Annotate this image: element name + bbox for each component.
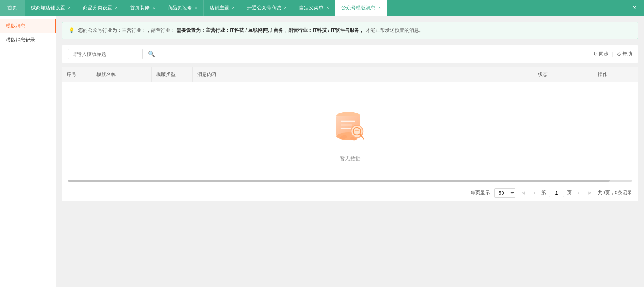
empty-state: 暂无数据 [62, 82, 638, 177]
notice-suffix: 才能正常发送预置的消息。 [366, 27, 424, 33]
th-action: 操作 [593, 67, 638, 82]
prev-page-button[interactable]: ‹ [531, 189, 538, 197]
notice-highlight: 需要设置为：主营行业：IT科技 / 互联网|电子商务，副营行业：IT科技 / I… [176, 27, 364, 33]
tab-close-wshop-settings[interactable]: × [68, 5, 71, 10]
sync-icon: ↻ [594, 51, 598, 57]
tab-item-custom-menu[interactable]: 自定义菜单× [293, 0, 335, 16]
per-page-label: 每页显示 [471, 189, 490, 196]
content-area: 💡 您的公众号行业为：主营行业：，副营行业： 需要设置为：主营行业：IT科技 /… [56, 16, 644, 287]
tab-close-custom-menu[interactable]: × [326, 5, 329, 10]
first-page-button[interactable]: ⊲ [518, 189, 528, 197]
th-type: 模版类型 [152, 67, 193, 82]
tab-close-product-decor[interactable]: × [195, 5, 197, 10]
empty-text: 暂无数据 [340, 155, 361, 162]
last-page-button[interactable]: ⊳ [585, 189, 595, 197]
search-input[interactable] [68, 49, 143, 59]
sidebar-item-template-msg-record[interactable]: 模版消息记录 [0, 33, 56, 47]
scrollbar-area[interactable] [62, 177, 638, 184]
tab-close-category-settings[interactable]: × [115, 5, 118, 10]
tab-label-wshop-settings: 微商城店铺设置 [31, 4, 65, 11]
search-button[interactable]: 🔍 [145, 49, 158, 59]
help-label: 帮助 [622, 51, 632, 57]
tab-close-shop-theme[interactable]: × [232, 5, 235, 10]
tab-label-home: 首页 [7, 4, 17, 11]
tab-label-shop-theme: 店铺主题 [210, 4, 229, 11]
tab-item-product-decor[interactable]: 商品页装修× [161, 0, 204, 16]
sidebar-item-template-msg[interactable]: 模版消息 [0, 19, 56, 33]
tab-close-template-msg[interactable]: × [378, 5, 381, 10]
tab-bar: 首页微商城店铺设置×商品分类设置×首页装修×商品页装修×店铺主题×开通公众号商城… [0, 0, 644, 16]
th-seq: 序号 [62, 67, 92, 82]
tab-item-template-msg[interactable]: 公众号模版消息× [335, 0, 387, 16]
help-icon: ⊙ [617, 51, 621, 57]
tab-close-home-decor[interactable]: × [152, 5, 155, 10]
tab-item-open-mall[interactable]: 开通公众号商城× [241, 0, 293, 16]
notice-box: 💡 您的公众号行业为：主营行业：，副营行业： 需要设置为：主营行业：IT科技 /… [62, 22, 638, 39]
table-header: 序号模版名称模版类型消息内容状态操作 [62, 67, 638, 82]
empty-icon [328, 104, 373, 149]
tab-label-category-settings: 商品分类设置 [83, 4, 112, 11]
help-button[interactable]: ⊙ 帮助 [617, 51, 632, 57]
th-name: 模版名称 [92, 67, 152, 82]
total-info: 共0页，0条记录 [598, 189, 632, 196]
tab-label-custom-menu: 自定义菜单 [299, 4, 323, 11]
th-content: 消息内容 [193, 67, 533, 82]
th-status: 状态 [533, 67, 593, 82]
tab-item-home[interactable]: 首页 [0, 0, 25, 16]
sidebar: 模版消息模版消息记录 [0, 16, 56, 287]
page-label: 第 [541, 189, 546, 196]
notice-prefix: 您的公众号行业为：主营行业：，副营行业： [78, 27, 175, 33]
search-right: ↻ 同步 | ⊙ 帮助 [594, 51, 632, 57]
main-layout: 模版消息模版消息记录 💡 您的公众号行业为：主营行业：，副营行业： 需要设置为：… [0, 16, 644, 287]
per-page-select[interactable]: 102050100 [494, 188, 515, 198]
pagination: 每页显示 102050100 ⊲ ‹ 第 页 › ⊳ 共0页，0条记录 [62, 184, 638, 201]
tab-item-wshop-settings[interactable]: 微商城店铺设置× [25, 0, 77, 16]
sync-label: 同步 [599, 51, 608, 57]
tab-label-open-mall: 开通公众号商城 [247, 4, 281, 11]
sync-button[interactable]: ↻ 同步 [594, 51, 608, 57]
tab-label-home-decor: 首页装修 [130, 4, 150, 11]
divider: | [612, 51, 613, 57]
page-unit: 页 [567, 189, 572, 196]
tab-label-product-decor: 商品页装修 [167, 4, 192, 11]
tab-item-shop-theme[interactable]: 店铺主题× [204, 0, 241, 16]
page-input[interactable] [549, 189, 564, 197]
scrollbar-thumb[interactable] [68, 180, 610, 182]
search-left: 🔍 [68, 49, 158, 59]
table-container: 序号模版名称模版类型消息内容状态操作 [62, 67, 638, 184]
close-all-button[interactable]: × [629, 4, 640, 12]
search-bar: 🔍 ↻ 同步 | ⊙ 帮助 [62, 45, 638, 63]
scrollbar-track[interactable] [68, 180, 632, 182]
tab-item-category-settings[interactable]: 商品分类设置× [77, 0, 124, 16]
tab-close-open-mall[interactable]: × [284, 5, 287, 10]
tab-item-home-decor[interactable]: 首页装修× [124, 0, 161, 16]
bulb-icon: 💡 [68, 27, 74, 33]
tab-label-template-msg: 公众号模版消息 [341, 4, 375, 11]
next-page-button[interactable]: › [575, 189, 582, 197]
